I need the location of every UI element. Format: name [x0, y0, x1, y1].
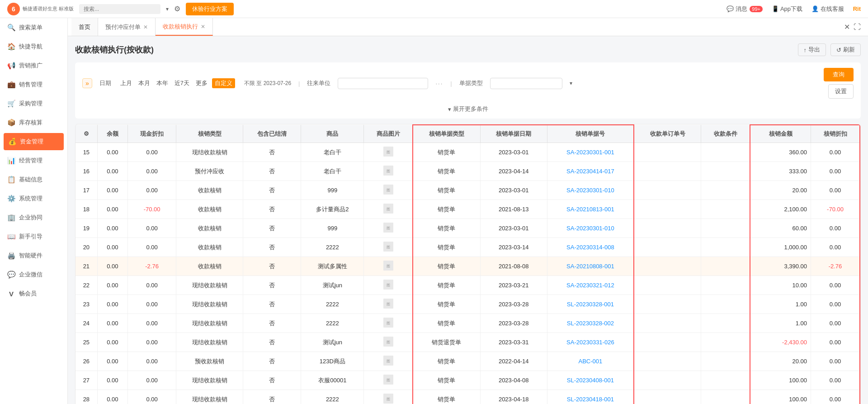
online-service-nav[interactable]: 👤 在线客服	[811, 5, 844, 13]
td-offset-voucher-no[interactable]: SA-20230314-008	[547, 238, 634, 257]
sidebar-item-quick-nav[interactable]: 🏠 快捷导航	[0, 37, 67, 56]
table-header-row: ⚙ 余额 现金折扣 核销类型 包含已结清 商品 商品图片 核销单据类型 核销单据…	[75, 125, 860, 143]
td-offset-voucher-no[interactable]: SL-20230328-002	[547, 314, 634, 333]
this-month-btn[interactable]: 本月	[137, 78, 152, 88]
voucher-no-link[interactable]: SA-20210808-001	[566, 263, 614, 270]
voucher-no-link[interactable]: SA-20210813-001	[566, 206, 614, 213]
sidebar-item-beginner[interactable]: 📖 新手引导	[0, 227, 67, 246]
voucher-no-link[interactable]: SA-20230301-001	[566, 149, 614, 156]
export-btn[interactable]: ↑ 导出	[798, 43, 826, 56]
voucher-no-link[interactable]: SA-20230321-012	[566, 282, 614, 289]
settings-icon[interactable]: ⚙	[174, 5, 180, 13]
td-offset-voucher-date: 2023-04-18	[480, 390, 547, 404]
td-receipt-order-no	[634, 390, 701, 404]
tab-bar-actions: ✕ ⛶	[844, 23, 864, 31]
th-goods-image: 商品图片	[364, 125, 413, 143]
refresh-btn[interactable]: ↺ 刷新	[830, 43, 861, 56]
voucher-no-link[interactable]: SA-20230314-008	[566, 244, 614, 251]
sidebar-item-enterprise[interactable]: 🏢 企业协同	[0, 208, 67, 227]
sidebar-item-purchase[interactable]: 🛒 采购管理	[0, 94, 67, 113]
td-cash-discount: 0.00	[127, 162, 176, 181]
sidebar-item-system[interactable]: ⚙️ 系统管理	[0, 189, 67, 208]
sidebar-item-basic-info[interactable]: 📋 基础信息	[0, 170, 67, 189]
sidebar-item-ops[interactable]: 📊 经营管理	[0, 151, 67, 170]
more-date-btn[interactable]: 更多	[194, 78, 209, 88]
td-offset-type: 现结收款核销	[176, 371, 243, 390]
tab-maximize-btn[interactable]: ⛶	[854, 23, 861, 31]
top-search-input[interactable]	[79, 4, 160, 14]
svg-text:图: 图	[387, 359, 390, 363]
td-offset-voucher-no[interactable]: SL-20230418-001	[547, 390, 634, 404]
td-goods: 999	[301, 219, 364, 238]
goods-image-placeholder: 图	[383, 280, 393, 290]
expand-more-btn[interactable]: ▾ 展开更多条件	[448, 105, 488, 113]
filter-bar: » 日期 上月 本月 本年 近7天 更多 自定义 不限 至 2023-07-26…	[75, 62, 861, 119]
settings-btn[interactable]: 设置	[828, 84, 854, 99]
th-offset-type: 核销类型	[176, 125, 243, 143]
dropdown-arrow-icon[interactable]: ▾	[166, 6, 169, 12]
sidebar-item-inventory[interactable]: 📦 库存核算	[0, 113, 67, 132]
td-offset-voucher-no[interactable]: SA-20230301-001	[547, 143, 634, 162]
goods-image-placeholder: 图	[383, 185, 393, 195]
partner-filter-input[interactable]	[338, 78, 428, 89]
td-cash-discount: 0.00	[127, 276, 176, 295]
th-offset-voucher-no: 核销单据号	[547, 125, 634, 143]
voucher-no-link[interactable]: SA-20230331-026	[566, 339, 614, 346]
td-offset-type: 现结收款核销	[176, 390, 243, 404]
voucher-no-link[interactable]: SL-20230328-002	[567, 320, 614, 327]
sidebar-item-enterprise-wx[interactable]: 💬 企业微信	[0, 265, 67, 284]
td-offset-voucher-no[interactable]: SL-20230328-001	[547, 295, 634, 314]
sidebar-item-vip[interactable]: V 畅会员	[0, 284, 67, 303]
user-nav[interactable]: Rit	[853, 5, 861, 12]
voucher-no-link[interactable]: SA-20230414-017	[566, 168, 614, 175]
query-btn[interactable]: 查询	[824, 68, 854, 81]
voucher-no-link[interactable]: SL-20230328-001	[567, 301, 614, 308]
voucher-no-link[interactable]: SA-20230301-010	[566, 187, 614, 194]
td-offset-voucher-no[interactable]: SA-20230301-010	[547, 181, 634, 200]
voucher-no-link[interactable]: ABC-001	[578, 358, 602, 365]
tab-receipt-close-icon[interactable]: ✕	[201, 24, 205, 30]
tab-receipt-offset[interactable]: 收款核销执行 ✕	[156, 18, 213, 36]
td-offset-voucher-no[interactable]: SA-20210813-001	[547, 200, 634, 219]
sidebar-item-sales[interactable]: 💼 销售管理	[0, 75, 67, 94]
smart-hw-icon: 🖨️	[7, 252, 15, 260]
sidebar-item-search-menu[interactable]: 🔍 搜索菜单	[0, 18, 67, 37]
td-offset-voucher-no[interactable]: ABC-001	[547, 352, 634, 371]
td-offset-discount: 0.00	[811, 390, 860, 404]
td-offset-voucher-no[interactable]: SL-20230408-001	[547, 371, 634, 390]
this-year-btn[interactable]: 本年	[155, 78, 170, 88]
voucher-type-dropdown-icon[interactable]: ▾	[570, 80, 572, 86]
voucher-no-link[interactable]: SL-20230418-001	[567, 396, 614, 403]
td-offset-voucher-no[interactable]: SA-20230331-026	[547, 333, 634, 352]
sidebar-item-marketing[interactable]: 📢 营销推广	[0, 56, 67, 75]
voucher-no-link[interactable]: SL-20230408-001	[567, 377, 614, 384]
logo-area: 6 畅捷通谱好生意 标准版	[7, 3, 74, 15]
tab-prepaid-offset[interactable]: 预付冲应付单 ✕	[98, 18, 156, 36]
message-nav[interactable]: 💬 消息 99+	[726, 5, 763, 13]
last-7days-btn[interactable]: 近7天	[173, 78, 191, 88]
td-balance: 0.00	[97, 143, 127, 162]
td-offset-voucher-no[interactable]: SA-20230414-017	[547, 162, 634, 181]
last-month-btn[interactable]: 上月	[118, 78, 134, 88]
td-offset-voucher-type: 销货单	[413, 219, 480, 238]
td-offset-amount: 1.00	[750, 314, 811, 333]
td-offset-type: 现结收款核销	[176, 314, 243, 333]
tab-prepaid-close-icon[interactable]: ✕	[143, 24, 148, 30]
td-offset-voucher-no[interactable]: SA-20210808-001	[547, 257, 634, 276]
expand-arrow-icon[interactable]: »	[82, 78, 92, 88]
tab-close-all-btn[interactable]: ✕	[844, 23, 850, 31]
td-cash-discount: 0.00	[127, 295, 176, 314]
voucher-no-link[interactable]: SA-20230301-010	[566, 225, 614, 232]
th-gear[interactable]: ⚙	[75, 125, 97, 143]
sidebar-item-funds[interactable]: 💰 资金管理	[4, 133, 64, 150]
td-offset-type: 现结收款核销	[176, 333, 243, 352]
industry-btn[interactable]: 休验行业方案	[186, 3, 234, 15]
td-offset-voucher-no[interactable]: SA-20230301-010	[547, 219, 634, 238]
sidebar-item-smart-hw[interactable]: 🖨️ 智能硬件	[0, 246, 67, 265]
tab-home[interactable]: 首页	[71, 18, 98, 36]
app-download-nav[interactable]: 📱 App下载	[772, 5, 802, 13]
td-receipt-order-no	[634, 314, 701, 333]
td-offset-voucher-no[interactable]: SA-20230321-012	[547, 276, 634, 295]
custom-date-btn[interactable]: 自定义	[212, 78, 235, 88]
voucher-type-select[interactable]	[490, 78, 562, 89]
